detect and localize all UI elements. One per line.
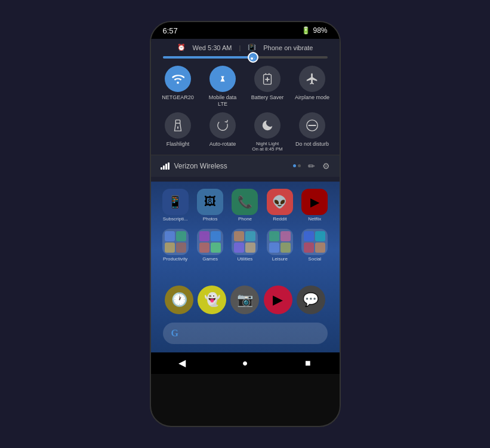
folder-games[interactable]: Games — [195, 229, 226, 262]
tile-airplane[interactable]: Airplane mode — [293, 66, 331, 108]
battery-percent: 98% — [313, 26, 327, 35]
battery-icon: 🔋 — [301, 26, 310, 35]
flashlight-label: Flashlight — [167, 141, 190, 148]
tiles-row-2: Flashlight Auto-rotate — [151, 110, 340, 155]
leisure-folder-icon — [267, 229, 293, 255]
reddit-icon: 👽 — [267, 189, 293, 215]
dnd-icon — [306, 119, 319, 132]
panel-info-row: ⏰ Wed 5:30 AM | 📳 Phone on vibrate — [151, 39, 340, 55]
folder-productivity[interactable]: Productivity — [160, 229, 191, 262]
photos-label: Photos — [203, 216, 218, 222]
sun-icon — [249, 56, 255, 62]
dock-snapchat[interactable]: 👻 — [198, 286, 226, 314]
brightness-row[interactable] — [151, 55, 340, 63]
network-left: Verizon Wireless — [161, 162, 227, 170]
svg-point-9 — [177, 82, 179, 84]
tile-flashlight[interactable]: Flashlight — [159, 112, 197, 152]
photos-icon: 🖼 — [197, 189, 223, 215]
mobile-data-icon-bg — [209, 66, 236, 92]
network-row: Verizon Wireless ✏ ⚙ — [151, 155, 340, 177]
brightness-fill — [163, 56, 254, 59]
tile-night-light[interactable]: Night Light On at 8:45 PM — [248, 112, 286, 152]
app-phone[interactable]: 📞 Phone — [229, 189, 260, 222]
home-button[interactable]: ● — [234, 352, 255, 374]
auto-rotate-icon — [216, 119, 229, 132]
wifi-icon — [171, 72, 184, 85]
subscriptions-label: Subscripti... — [163, 216, 188, 222]
alarm-icon: ⏰ — [177, 44, 186, 51]
night-light-icon-bg — [254, 112, 281, 139]
network-right: ✏ ⚙ — [293, 161, 330, 171]
night-light-label: Night Light On at 8:45 PM — [252, 141, 283, 152]
app-netflix[interactable]: ▶ Netflix — [299, 189, 330, 222]
airplane-icon-bg — [299, 66, 325, 92]
svg-line-7 — [250, 60, 251, 61]
auto-rotate-label: Auto-rotate — [209, 141, 236, 148]
dock-camera[interactable]: 📷 — [230, 286, 259, 314]
folder-utilities[interactable]: Utilities — [229, 229, 260, 262]
mobile-data-label: Mobile data LTE — [209, 94, 237, 108]
social-label: Social — [308, 256, 321, 262]
brightness-thumb[interactable] — [248, 52, 258, 63]
subscriptions-icon: 📱 — [162, 189, 189, 215]
dock-messages[interactable]: 💬 — [297, 286, 325, 314]
battery-saver-label: Battery Saver — [251, 94, 284, 101]
wifi-icon-bg — [165, 66, 191, 92]
app-row-2: Productivity Games Utilities — [151, 226, 340, 264]
svg-line-4 — [254, 60, 254, 61]
folder-social[interactable]: Social — [299, 229, 330, 262]
tile-dnd[interactable]: Do not disturb — [293, 112, 331, 152]
dock-clock[interactable]: 🕐 — [165, 286, 193, 314]
battery-saver-icon — [262, 72, 273, 85]
status-time: 6:57 — [163, 26, 178, 35]
dot-2 — [298, 164, 301, 167]
tile-battery-saver[interactable]: Battery Saver — [248, 66, 286, 108]
dock-youtube[interactable]: ▶ — [264, 286, 292, 314]
dots-indicator — [293, 164, 301, 167]
night-light-icon — [261, 119, 274, 132]
dot-1 — [293, 164, 296, 167]
games-folder-icon — [197, 229, 223, 255]
search-bar[interactable]: G — [163, 323, 328, 344]
productivity-label: Productivity — [163, 256, 187, 262]
brightness-slider[interactable] — [163, 56, 328, 59]
netflix-label: Netflix — [308, 216, 321, 222]
signal-bar-3 — [165, 164, 167, 170]
recents-button[interactable]: ■ — [297, 352, 319, 374]
reddit-label: Reddit — [273, 216, 286, 222]
carrier-name: Verizon Wireless — [174, 162, 227, 170]
leisure-label: Leisure — [272, 256, 288, 262]
tiles-row-1: NETGEAR20 Mobile data LTE — [151, 63, 340, 110]
divider: | — [239, 44, 241, 51]
tile-mobile-data[interactable]: Mobile data LTE — [204, 66, 242, 108]
status-bar: 6:57 🔋 98% — [151, 22, 340, 39]
phone-frame: 6:57 🔋 98% ⏰ Wed 5:30 AM | 📳 Phone on vi… — [150, 21, 341, 427]
mobile-data-icon — [216, 72, 229, 85]
app-subscriptions[interactable]: 📱 Subscripti... — [160, 189, 191, 222]
flashlight-icon — [172, 119, 183, 132]
dnd-label: Do not disturb — [295, 141, 329, 148]
home-screen: 📱 Subscripti... 🖼 Photos 📞 Phone 👽 Reddi… — [151, 182, 340, 352]
social-folder-icon — [301, 229, 328, 255]
signal-bars-icon — [161, 162, 170, 170]
games-label: Games — [202, 256, 218, 262]
edit-icon[interactable]: ✏ — [308, 161, 315, 171]
back-button[interactable]: ◀ — [171, 352, 193, 374]
airplane-icon — [306, 72, 319, 85]
settings-icon[interactable]: ⚙ — [322, 161, 330, 171]
notification-panel: ⏰ Wed 5:30 AM | 📳 Phone on vibrate — [151, 39, 340, 182]
utilities-folder-icon — [232, 229, 258, 255]
auto-rotate-icon-bg — [209, 112, 236, 139]
vibrate-label: Phone on vibrate — [263, 44, 313, 51]
google-g-logo: G — [171, 328, 178, 339]
folder-leisure[interactable]: Leisure — [264, 229, 295, 262]
flashlight-icon-bg — [165, 112, 191, 139]
tile-auto-rotate[interactable]: Auto-rotate — [204, 112, 242, 152]
svg-rect-16 — [175, 119, 180, 123]
tile-wifi[interactable]: NETGEAR20 — [159, 66, 197, 108]
app-photos[interactable]: 🖼 Photos — [195, 189, 226, 222]
battery-saver-icon-bg — [254, 66, 281, 92]
dock-row: 🕐 👻 📷 ▶ 💬 — [151, 281, 340, 319]
svg-line-3 — [250, 57, 251, 57]
app-reddit[interactable]: 👽 Reddit — [264, 189, 295, 222]
